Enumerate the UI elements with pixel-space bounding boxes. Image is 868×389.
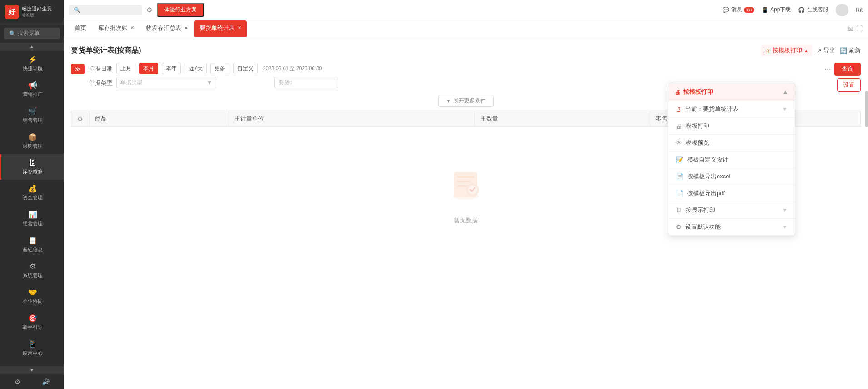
date-btn-this-year[interactable]: 本年	[162, 63, 181, 74]
sidebar-item-label: 采购管理	[23, 143, 43, 150]
dropdown-template-print[interactable]: 🖨 模板打印	[668, 118, 795, 135]
refresh-label: 刷新	[849, 46, 861, 55]
scrollbar-thumb[interactable]	[865, 91, 868, 127]
user-name: Rit	[856, 7, 863, 13]
app-center-icon: 📱	[28, 340, 37, 349]
sidebar-search[interactable]: 🔍 搜索菜单	[4, 28, 60, 39]
export-excel-icon: 📄	[676, 173, 683, 180]
sidebar-item-basic-info[interactable]: 📋 基础信息	[0, 232, 64, 258]
main-area: 🔍 ⚙ 体验行业方案 💬 消息 99+ 📱 App下载 🎧 在线客服 Rit	[64, 0, 868, 389]
dropdown-export-pdf[interactable]: 📄 按模板导出pdf	[668, 185, 795, 202]
dropdown-export-pdf-label: 按模板导出pdf	[687, 189, 725, 197]
sidebar-item-label: 库存核算	[23, 168, 43, 175]
sidebar-scroll-down[interactable]: ▼	[0, 366, 64, 374]
tabs-bar: 首页 库存批次账 ✕ 收发存汇总表 ✕ 要货单统计表 ✕ ⊠ ⛶	[64, 20, 868, 37]
sidebar-item-label: 基础信息	[23, 246, 43, 253]
industry-btn[interactable]: 体验行业方案	[157, 3, 204, 17]
tab-receipt-summary[interactable]: 收发存汇总表 ✕	[140, 20, 193, 37]
dropdown-export-excel[interactable]: 📄 按模板导出excel	[668, 168, 795, 185]
sidebar-logo: 好 畅捷通好生意 标准版	[0, 0, 64, 24]
query-btn[interactable]: 查询	[834, 63, 861, 76]
sidebar-item-system[interactable]: ⚙ 系统管理	[0, 258, 64, 283]
dropdown-header: 🖨 按模板打印 ▲	[668, 83, 795, 101]
tab-order-stats-close[interactable]: ✕	[238, 25, 241, 30]
message-btn[interactable]: 💬 消息 99+	[723, 6, 754, 14]
sidebar-item-label: 营销推广	[23, 91, 43, 98]
dropdown-template-preview[interactable]: 👁 模板预览	[668, 135, 795, 152]
tab-home[interactable]: 首页	[69, 20, 92, 37]
type-select[interactable]: 单据类型 ▼	[116, 77, 216, 88]
sidebar-item-app-center[interactable]: 📱 应用中心	[0, 335, 64, 361]
sidebar-scroll-up[interactable]: ▲	[0, 43, 64, 51]
table-settings-icon[interactable]: ⚙	[77, 115, 83, 122]
system-icon: ⚙	[30, 262, 36, 271]
dropdown-close-btn[interactable]: ▲	[782, 88, 788, 96]
export-label: 导出	[823, 46, 835, 55]
more-options-btn[interactable]: ···	[825, 65, 831, 73]
sidebar-item-cooperation[interactable]: 🤝 企业协同	[0, 283, 64, 309]
dropdown-template-print-left: 🖨 模板打印	[676, 122, 709, 130]
dropdown-export-excel-left: 📄 按模板导出excel	[676, 172, 730, 181]
table-header-settings[interactable]: ⚙	[71, 111, 90, 127]
dropdown-set-default-label: 设置默认功能	[685, 223, 721, 231]
topbar-gear-icon[interactable]: ⚙	[146, 6, 152, 14]
tab-expand-icon[interactable]: ⊠	[848, 25, 853, 32]
template-print-label: 按模板打印	[773, 46, 802, 55]
app-download-btn[interactable]: 📱 App下载	[762, 6, 791, 14]
sidebar-item-quick-nav[interactable]: ⚡ 快捷导航	[0, 51, 64, 76]
search-icon: 🔍	[9, 30, 16, 37]
tab-inventory-batch[interactable]: 库存批次账 ✕	[93, 20, 140, 37]
sidebar-item-label: 应用中心	[23, 350, 43, 357]
template-print-btn[interactable]: 🖨 按模板打印 ▲	[761, 45, 812, 56]
tab-inventory-batch-close[interactable]: ✕	[130, 25, 134, 30]
display-print-arrow: ▼	[782, 207, 788, 213]
sidebar-item-new-guide[interactable]: 🎯 新手引导	[0, 309, 64, 335]
sidebar-item-inventory[interactable]: 🗄 库存核算	[0, 154, 64, 180]
refresh-btn[interactable]: 🔄 刷新	[840, 46, 861, 55]
dropdown-template-custom[interactable]: 📝 模板自定义设计	[668, 152, 795, 168]
user-avatar[interactable]	[836, 4, 848, 16]
set-default-arrow: ▼	[782, 224, 788, 230]
table-header-goods: 商品	[90, 111, 229, 127]
tab-receipt-summary-close[interactable]: ✕	[184, 25, 188, 30]
sidebar-item-label: 企业协同	[23, 298, 43, 305]
sidebar-item-marketing[interactable]: 📢 营销推广	[0, 76, 64, 102]
svg-rect-4	[457, 185, 467, 187]
sales-icon: 🛒	[28, 107, 37, 116]
sidebar-item-enterprise-wechat[interactable]: 💬 企业微信	[0, 361, 64, 366]
topbar-search[interactable]: 🔍	[69, 5, 142, 15]
category-select[interactable]: 要货d	[274, 77, 338, 88]
sidebar-item-sales[interactable]: 🛒 销售管理	[0, 102, 64, 128]
tab-fullscreen-icon[interactable]: ⛶	[856, 25, 863, 32]
app-download-icon: 📱	[762, 7, 768, 13]
expand-more-btn[interactable]: ▼ 展开更多条件	[438, 95, 494, 107]
volume-icon[interactable]: 🔊	[42, 378, 50, 385]
cooperation-icon: 🤝	[28, 288, 37, 297]
dropdown-current-item[interactable]: 🖨 当前：要货单统计表 ▼	[668, 101, 795, 118]
date-btn-custom[interactable]: 自定义	[233, 63, 258, 74]
sidebar-item-purchase[interactable]: 📦 采购管理	[0, 128, 64, 154]
dropdown-display-print[interactable]: 🖥 按显示打印 ▼	[668, 202, 795, 219]
sidebar-item-label: 新手引导	[23, 324, 43, 331]
expand-icon: ▼	[446, 98, 451, 104]
settings-bottom-icon[interactable]: ⚙	[15, 378, 20, 385]
expand-label: 展开更多条件	[453, 97, 486, 105]
sidebar-item-operations[interactable]: 📊 经营管理	[0, 206, 64, 232]
sidebar-item-label: 快捷导航	[23, 65, 43, 72]
tab-order-stats[interactable]: 要货单统计表 ✕	[194, 20, 247, 37]
sidebar-item-finance[interactable]: 💰 资金管理	[0, 180, 64, 206]
settings-btn[interactable]: 设置	[837, 78, 861, 92]
online-service-label: 在线客服	[807, 6, 828, 14]
page: 要货单统计表(按商品) 🖨 按模板打印 ▲ ↗ 导出 🔄 刷新	[64, 37, 868, 389]
export-btn[interactable]: ↗ 导出	[817, 46, 835, 55]
date-btn-7days[interactable]: 近7天	[185, 63, 207, 74]
date-btn-last-month[interactable]: 上月	[116, 63, 135, 74]
dropdown-set-default[interactable]: ⚙ 设置默认功能 ▼	[668, 219, 795, 236]
date-btn-this-month[interactable]: 本月	[139, 63, 158, 74]
date-btn-more[interactable]: 更多	[210, 63, 229, 74]
inventory-icon: 🗄	[29, 159, 36, 167]
online-service-btn[interactable]: 🎧 在线客服	[798, 6, 828, 14]
operations-icon: 📊	[28, 210, 37, 219]
topbar-right: 💬 消息 99+ 📱 App下载 🎧 在线客服 Rit	[723, 4, 863, 16]
filter-toggle-btn[interactable]: ≫	[71, 64, 85, 74]
